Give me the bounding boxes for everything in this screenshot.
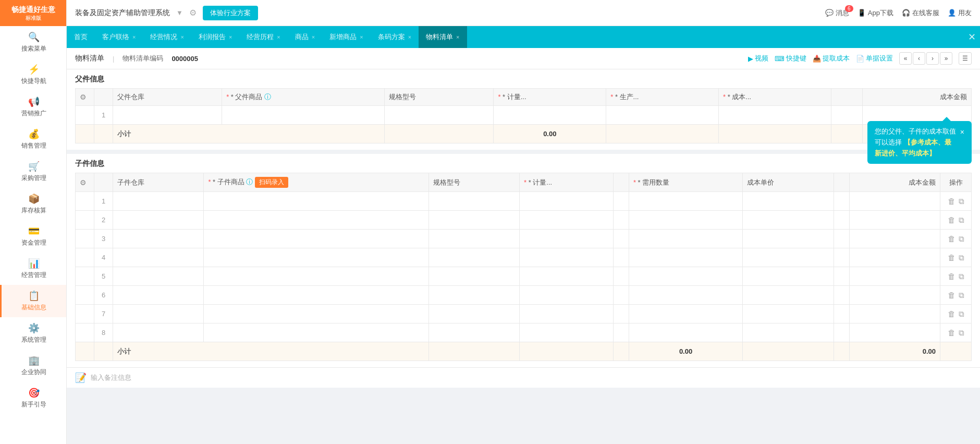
- child-row8-spec[interactable]: [428, 323, 519, 342]
- child-row8-unit-cost[interactable]: [743, 323, 834, 342]
- sidebar-item-finance[interactable]: 💳 资金管理: [0, 220, 66, 253]
- child-row4-quantity[interactable]: [629, 248, 742, 267]
- note-hint[interactable]: 输入备注信息: [91, 373, 131, 382]
- child-row7-goods[interactable]: [204, 305, 428, 323]
- parent-row1-cost[interactable]: [719, 106, 831, 125]
- child-row4-spec[interactable]: [428, 248, 519, 267]
- child-row8-unit[interactable]: [519, 323, 613, 342]
- child-row7-spec[interactable]: [428, 305, 519, 323]
- child-row5-unit-cost[interactable]: [743, 267, 834, 286]
- child-row5-unit[interactable]: [519, 267, 613, 286]
- copy-icon-row7[interactable]: ⧉: [959, 309, 964, 319]
- parent-settings-icon[interactable]: ⚙: [80, 93, 87, 101]
- tab-new-goods[interactable]: 新增商品 ×: [322, 26, 370, 48]
- first-page-btn[interactable]: «: [899, 52, 912, 65]
- child-row1-unit[interactable]: [519, 192, 613, 211]
- child-settings-icon[interactable]: ⚙: [80, 178, 87, 187]
- child-row7-unit[interactable]: [519, 305, 613, 323]
- delete-icon-row6[interactable]: 🗑: [948, 291, 956, 299]
- child-row4-goods[interactable]: [204, 248, 428, 267]
- delete-icon-row8[interactable]: 🗑: [948, 328, 956, 337]
- child-row5-spec[interactable]: [428, 267, 519, 286]
- app-download-item[interactable]: 📱 App下载: [858, 8, 893, 18]
- parent-row1-unit[interactable]: [494, 106, 606, 125]
- list-view-btn[interactable]: ☰: [959, 52, 972, 65]
- last-page-btn[interactable]: »: [940, 52, 952, 65]
- experience-btn[interactable]: 体验行业方案: [203, 6, 258, 20]
- sidebar-item-basic-info[interactable]: 📋 基础信息: [0, 285, 66, 317]
- child-row5-warehouse[interactable]: [113, 267, 204, 286]
- child-row3-unit[interactable]: [519, 230, 613, 248]
- child-row1-spec[interactable]: [428, 192, 519, 211]
- sidebar-item-sales[interactable]: 💰 销售管理: [0, 123, 66, 155]
- online-service-item[interactable]: 🎧 在线客服: [902, 8, 939, 18]
- shortcut-tool[interactable]: ⌨ 快捷键: [775, 54, 806, 63]
- sidebar-item-marketing[interactable]: 📢 营销推广: [0, 91, 66, 123]
- tab-profit-close[interactable]: ×: [229, 34, 232, 40]
- message-item[interactable]: 💬 消息 6: [825, 8, 849, 18]
- copy-icon-row3[interactable]: ⧉: [959, 234, 964, 244]
- child-row3-spec[interactable]: [428, 230, 519, 248]
- sidebar-item-purchase[interactable]: 🛒 采购管理: [0, 155, 66, 188]
- copy-icon-row2[interactable]: ⧉: [959, 215, 964, 225]
- scan-button[interactable]: 扫码录入: [255, 177, 288, 188]
- tab-customer-close[interactable]: ×: [132, 34, 136, 40]
- child-row5-quantity[interactable]: [629, 267, 742, 286]
- child-row4-unit[interactable]: [519, 248, 613, 267]
- child-row1-warehouse[interactable]: [113, 192, 204, 211]
- child-row1-quantity[interactable]: [629, 192, 742, 211]
- sidebar-item-guide[interactable]: 🎯 新手引导: [0, 382, 66, 414]
- next-page-btn[interactable]: ›: [926, 52, 939, 65]
- tab-new-goods-close[interactable]: ×: [360, 34, 363, 40]
- sidebar-item-inventory[interactable]: 📦 库存核算: [0, 188, 66, 220]
- copy-icon-row1[interactable]: ⧉: [959, 197, 964, 206]
- child-row6-spec[interactable]: [428, 286, 519, 305]
- sidebar-item-operations[interactable]: 📊 经营管理: [0, 253, 66, 285]
- child-row3-unit-cost[interactable]: [743, 230, 834, 248]
- parent-row1-goods[interactable]: [222, 106, 385, 125]
- copy-icon-row8[interactable]: ⧉: [959, 328, 964, 338]
- child-row2-goods[interactable]: [204, 211, 428, 230]
- tooltip-close-btn[interactable]: ×: [960, 126, 964, 138]
- child-goods-info-icon[interactable]: ⓘ: [246, 178, 253, 186]
- user-avatar[interactable]: 👤 用友: [948, 8, 972, 18]
- extract-cost-tool[interactable]: 📥 提取成本: [813, 54, 850, 63]
- tab-operation-close[interactable]: ×: [180, 34, 183, 40]
- goods-info-icon[interactable]: ⓘ: [264, 93, 271, 101]
- child-row2-warehouse[interactable]: [113, 211, 204, 230]
- child-row1-unit-cost[interactable]: [743, 192, 834, 211]
- child-row7-quantity[interactable]: [629, 305, 742, 323]
- child-row3-warehouse[interactable]: [113, 230, 204, 248]
- delete-icon-row2[interactable]: 🗑: [948, 215, 956, 224]
- parent-row1-production[interactable]: [606, 106, 719, 125]
- settings-icon[interactable]: ⚙: [189, 8, 197, 18]
- tab-goods[interactable]: 商品 ×: [288, 26, 322, 48]
- child-row8-warehouse[interactable]: [113, 323, 204, 342]
- child-row6-quantity[interactable]: [629, 286, 742, 305]
- child-row7-unit-cost[interactable]: [743, 305, 834, 323]
- child-row6-goods[interactable]: [204, 286, 428, 305]
- tab-operation[interactable]: 经营情况 ×: [143, 26, 191, 48]
- child-row2-unit-cost[interactable]: [743, 211, 834, 230]
- child-row6-unit-cost[interactable]: [743, 286, 834, 305]
- tab-home[interactable]: 首页: [67, 26, 95, 48]
- single-settings-tool[interactable]: 📄 单据设置: [856, 54, 893, 63]
- sidebar-item-system[interactable]: ⚙️ 系统管理: [0, 317, 66, 350]
- delete-icon-row1[interactable]: 🗑: [948, 197, 956, 206]
- child-row4-unit-cost[interactable]: [743, 248, 834, 267]
- sidebar-item-enterprise[interactable]: 🏢 企业协同: [0, 350, 66, 382]
- parent-row1-warehouse[interactable]: [113, 106, 222, 125]
- delete-icon-row7[interactable]: 🗑: [948, 309, 956, 318]
- child-row2-quantity[interactable]: [629, 211, 742, 230]
- child-row3-goods[interactable]: [204, 230, 428, 248]
- child-row2-spec[interactable]: [428, 211, 519, 230]
- child-row2-unit[interactable]: [519, 211, 613, 230]
- close-all-icon[interactable]: ✕: [968, 31, 976, 43]
- child-row8-quantity[interactable]: [629, 323, 742, 342]
- tab-bom-close[interactable]: ×: [456, 34, 459, 40]
- sidebar-item-quicknav[interactable]: ⚡ 快捷导航: [0, 58, 66, 91]
- delete-icon-row3[interactable]: 🗑: [948, 234, 956, 243]
- child-row4-warehouse[interactable]: [113, 248, 204, 267]
- child-row3-quantity[interactable]: [629, 230, 742, 248]
- child-row8-goods[interactable]: [204, 323, 428, 342]
